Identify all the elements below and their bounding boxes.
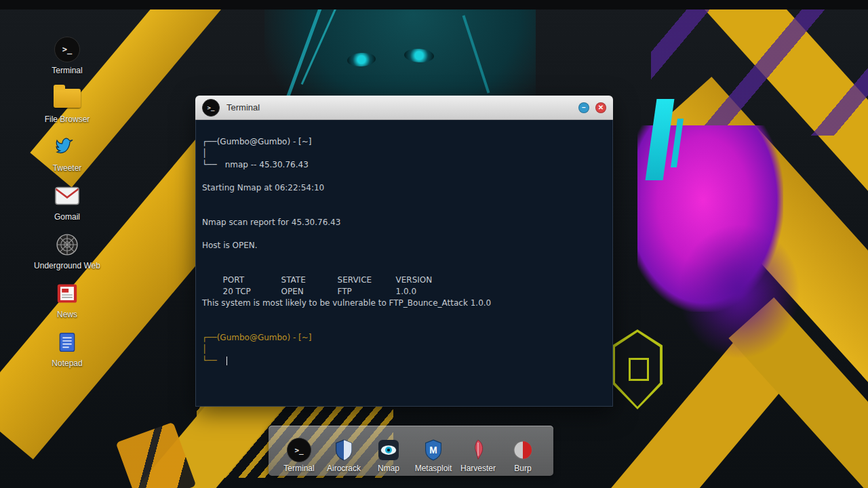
command-line: └──nmap -- 45.30.76.43 [202, 159, 606, 171]
output-line: Host is OPEN. [202, 240, 606, 251]
desktop-icon-gomail[interactable]: Gomail [26, 183, 108, 222]
desktop-icon-notepad[interactable]: Notepad [26, 329, 108, 368]
taskbar-item-label: Airocrack [327, 464, 361, 473]
wallpaper-shape [612, 329, 663, 409]
notepad-icon [58, 329, 77, 355]
desktop-icon-label: Gomail [54, 212, 80, 222]
desktop-icon-list: >_ Terminal File Browser Tweeter Gomail [26, 37, 108, 368]
window-titlebar[interactable]: >_ Terminal − ✕ [195, 96, 613, 120]
spiderweb-icon [56, 232, 79, 258]
taskbar-item-harvester[interactable]: Harvester [456, 438, 500, 473]
port-table-header: PORTSTATESERVICEVERSION [202, 263, 606, 274]
output-line: Starting Nmap at 06:22:54:10 [202, 182, 606, 194]
close-button[interactable]: ✕ [595, 102, 606, 113]
taskbar-item-label: Harvester [460, 464, 496, 473]
terminal-output[interactable]: ┌──(Gumbo@Gumbo) - [~] │ └──nmap -- 45.3… [195, 120, 613, 407]
desktop-icon-news[interactable]: News [26, 281, 108, 319]
command-text: nmap -- 45.30.76.43 [225, 160, 309, 169]
taskbar: >_ Terminal Airocrack Nmap [269, 426, 553, 476]
terminal-icon: >_ [54, 37, 80, 62]
desktop-icon-label: Terminal [52, 66, 82, 75]
window-title: Terminal [226, 102, 260, 113]
burp-icon [513, 438, 533, 462]
taskbar-item-metasploit[interactable]: M Metasploit [411, 438, 456, 473]
desktop-screen: >_ Terminal File Browser Tweeter Gomail [0, 0, 868, 488]
taskbar-item-label: Terminal [283, 464, 314, 473]
bird-icon [55, 134, 79, 160]
taskbar-item-label: Metasploit [415, 464, 452, 473]
metasploit-shield-icon: M [424, 438, 443, 462]
taskbar-item-label: Nmap [378, 464, 399, 473]
shield-icon [334, 438, 353, 462]
news-icon [56, 281, 79, 306]
wallpaper-shape [678, 224, 800, 359]
prompt-line: ┌──(Gumbo@Gumbo) - [~] [202, 136, 606, 148]
svg-text:M: M [429, 445, 437, 455]
desktop-icon-label: Tweeter [53, 163, 82, 173]
taskbar-item-nmap[interactable]: Nmap [366, 438, 411, 473]
terminal-icon: >_ [202, 99, 220, 117]
wallpaper-shape [651, 0, 868, 136]
output-line: This system is most likely to be vulnera… [202, 298, 606, 309]
window-controls: − ✕ [578, 102, 606, 113]
folder-icon [54, 89, 81, 108]
desktop-icon-terminal[interactable]: >_ Terminal [26, 37, 108, 75]
top-bar [0, 0, 868, 9]
desktop-icon-label: Underground Web [34, 261, 100, 270]
text-cursor [226, 357, 228, 365]
prompt-line: ┌──(Gumbo@Gumbo) - [~] [202, 332, 606, 344]
feather-icon [469, 438, 487, 462]
taskbar-item-burp[interactable]: Burp [500, 438, 545, 473]
close-icon: ✕ [598, 104, 604, 111]
desktop-icon-label: Notepad [52, 359, 82, 368]
taskbar-item-airocrack[interactable]: Airocrack [321, 438, 366, 473]
terminal-window: >_ Terminal − ✕ ┌──(Gumbo@Gumbo) - [~] │… [195, 96, 613, 407]
output-line: Nmap scan report for 45.30.76.43 [202, 217, 606, 228]
terminal-icon: >_ [287, 438, 311, 462]
prompt-line: │ [202, 148, 606, 159]
mail-icon [54, 183, 80, 209]
desktop-icon-label: File Browser [45, 115, 90, 124]
prompt-line: │ [202, 344, 606, 355]
desktop-icon-label: News [57, 310, 77, 319]
desktop-icon-underground-web[interactable]: Underground Web [26, 232, 108, 270]
desktop-icon-tweeter[interactable]: Tweeter [26, 134, 108, 173]
minimize-button[interactable]: − [578, 102, 589, 113]
desktop-icon-file-browser[interactable]: File Browser [26, 85, 108, 124]
minimize-icon: − [582, 104, 586, 111]
taskbar-item-label: Burp [514, 464, 531, 473]
taskbar-item-terminal[interactable]: >_ Terminal [277, 438, 321, 473]
prompt-input-line: └── [202, 355, 606, 367]
eye-icon [378, 438, 399, 462]
